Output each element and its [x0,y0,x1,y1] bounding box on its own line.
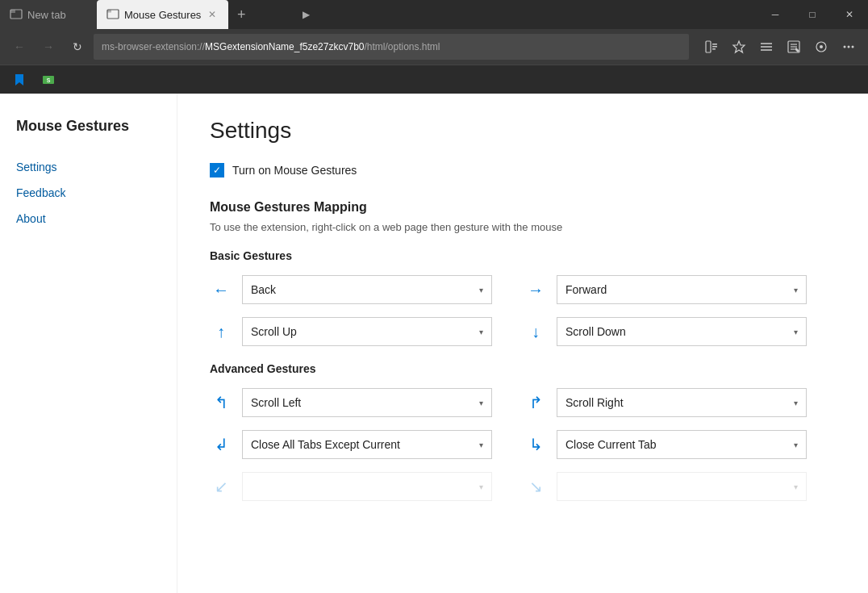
close-button[interactable]: ✕ [831,0,868,29]
tab-bar: New tab Mouse Gestures ✕ + ▶ ─ □ ✕ [0,0,868,29]
new-tab-button[interactable]: + [228,2,254,27]
basic-gestures-title: Basic Gestures [210,249,836,262]
hub-icon[interactable] [753,34,779,60]
gesture-close-all: ↲ Close All Tabs Except Current ▾ [210,430,492,459]
dropdown-close-all-arrow: ▾ [479,441,483,449]
dropdown-back-arrow: ▾ [479,286,483,294]
dropdown-back-value: Back [251,283,276,296]
sidebar-nav: Settings Feedback About [16,154,161,232]
bookmark-icon-2[interactable]: S [35,70,61,90]
favorites-icon[interactable] [726,34,752,60]
dropdown-close-current-arrow: ▾ [794,441,798,449]
reading-list-icon[interactable] [699,34,724,60]
more-button[interactable] [836,34,862,60]
arrow-up-icon: ↑ [210,320,232,343]
sidebar-item-settings[interactable]: Settings [16,154,161,180]
svg-rect-5 [712,44,717,45]
sidebar: Mouse Gestures Settings Feedback About [0,94,177,593]
svg-rect-7 [712,48,716,50]
dropdown-close-current[interactable]: Close Current Tab ▾ [557,430,807,459]
gesture-row-basic-2: ↑ Scroll Up ▾ ↓ Scroll Down ▾ [210,317,836,346]
gesture-up: ↑ Scroll Up ▾ [210,317,492,346]
dropdown-scroll-right-arrow: ▾ [794,399,798,407]
dropdown-partial-right-arrow: ▾ [794,482,798,491]
main-content: Settings ✓ Turn on Mouse Gestures Mouse … [177,94,868,593]
note-icon[interactable] [781,34,807,60]
address-host: MSGextensionName_f5ze27zkcv7b0 [205,41,364,52]
tab-label-gestures: Mouse Gestures [124,9,201,21]
cursor-indicator: ▶ [303,9,310,20]
tab-label-new: New tab [27,9,66,21]
arrow-left-icon: ← [210,278,232,301]
tab-mouse-gestures[interactable]: Mouse Gestures ✕ [97,0,228,29]
forward-button[interactable]: → [35,34,61,60]
address-bar[interactable]: ms-browser-extension://MSGextensionName_… [94,34,689,60]
arrow-left-down-icon: ↲ [210,433,232,456]
svg-point-20 [848,46,850,48]
dropdown-scroll-right[interactable]: Scroll Right ▾ [557,388,807,417]
gesture-partial-right: ↘ ▾ [524,472,807,501]
svg-point-18 [820,45,823,48]
sidebar-title: Mouse Gestures [16,118,161,135]
dropdown-partial-left-arrow: ▾ [479,482,483,491]
refresh-button[interactable]: ↻ [65,34,90,60]
dropdown-scroll-down-value: Scroll Down [565,325,626,338]
arrow-left-up-icon: ↰ [210,391,232,414]
arrow-partial-right-icon: ↘ [524,475,547,498]
gesture-down: ↓ Scroll Down ▾ [524,317,807,346]
svg-rect-1 [10,10,15,13]
svg-rect-3 [107,10,111,13]
sidebar-item-about[interactable]: About [16,206,161,232]
dropdown-scroll-up-arrow: ▾ [479,328,483,336]
dropdown-scroll-left-arrow: ▾ [479,399,483,407]
dropdown-forward-value: Forward [565,283,607,296]
gesture-scroll-left: ↰ Scroll Left ▾ [210,388,492,417]
minimize-button[interactable]: ─ [757,0,794,29]
dropdown-scroll-left-value: Scroll Left [251,396,301,409]
dropdown-forward[interactable]: Forward ▾ [557,275,807,304]
toggle-label: Turn on Mouse Gestures [232,164,357,177]
svg-marker-8 [733,41,745,52]
arrow-partial-left-icon: ↙ [210,475,232,498]
dropdown-scroll-up[interactable]: Scroll Up ▾ [242,317,492,346]
bookmark-icon-1[interactable] [6,70,32,90]
gesture-close-current: ↳ Close Current Tab ▾ [524,430,807,459]
svg-rect-4 [706,41,711,52]
arrow-right-up-icon: ↱ [524,391,547,414]
dropdown-back[interactable]: Back ▾ [242,275,492,304]
dropdown-scroll-left[interactable]: Scroll Left ▾ [242,388,492,417]
gesture-row-advanced-2: ↲ Close All Tabs Except Current ▾ ↳ Clos… [210,430,836,459]
dropdown-partial-right[interactable]: ▾ [557,472,807,501]
dropdown-scroll-down[interactable]: Scroll Down ▾ [557,317,807,346]
mapping-title: Mouse Gestures Mapping [210,200,836,215]
tab-new-tab[interactable]: New tab [0,0,97,29]
gesture-row-basic-1: ← Back ▾ → Forward ▾ [210,275,836,304]
mapping-section: Mouse Gestures Mapping To use the extens… [210,200,836,233]
checkbox-check-icon: ✓ [213,165,221,175]
page-title: Settings [210,118,836,144]
basic-gestures-section: Basic Gestures ← Back ▾ → Forward ▾ [210,249,836,346]
bookmarks-bar: S [0,65,868,94]
svg-marker-16 [795,48,799,52]
dropdown-scroll-right-value: Scroll Right [565,396,624,409]
svg-text:S: S [47,77,51,83]
dropdown-close-all[interactable]: Close All Tabs Except Current ▾ [242,430,492,459]
browser-chrome: New tab Mouse Gestures ✕ + ▶ ─ □ ✕ [0,0,868,94]
dropdown-close-current-value: Close Current Tab [565,438,657,451]
extensions-icon[interactable] [808,34,834,60]
dropdown-scroll-down-arrow: ▾ [794,328,798,336]
gesture-partial-left: ↙ ▾ [210,472,492,501]
dropdown-forward-arrow: ▾ [794,286,798,294]
tab-close-icon[interactable]: ✕ [206,8,219,21]
svg-marker-22 [15,74,23,86]
back-button[interactable]: ← [6,34,32,60]
sidebar-item-feedback[interactable]: Feedback [16,180,161,206]
arrow-right-down-icon: ↳ [524,433,547,456]
advanced-gestures-title: Advanced Gestures [210,362,836,375]
toggle-checkbox[interactable]: ✓ [210,163,224,177]
toolbar-icons [699,34,862,60]
tab-icon-gesture [106,8,119,21]
toggle-row: ✓ Turn on Mouse Gestures [210,163,836,177]
maximize-button[interactable]: □ [794,0,831,29]
dropdown-partial-left[interactable]: ▾ [242,472,492,501]
